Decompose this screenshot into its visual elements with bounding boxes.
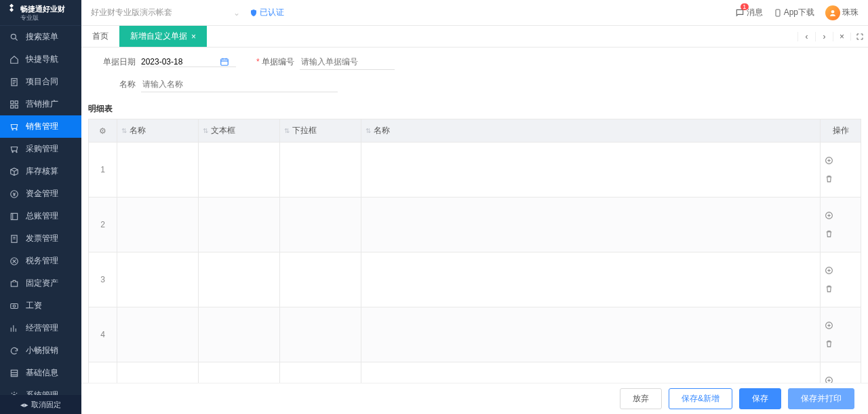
sidebar-item-10[interactable]: 税务管理 bbox=[0, 250, 81, 272]
sidebar-item-6[interactable]: 库存核算 bbox=[0, 160, 81, 183]
calendar-icon[interactable] bbox=[220, 57, 229, 67]
tab-active[interactable]: 新增自定义单据 × bbox=[119, 26, 207, 47]
col-name1[interactable]: ⇅名称 bbox=[117, 119, 199, 143]
sidebar-item-9[interactable]: 发票管理 bbox=[0, 227, 81, 250]
brand-edition: 专业版 bbox=[20, 14, 65, 22]
cell-name2[interactable] bbox=[361, 362, 821, 383]
save-button[interactable]: 保存 bbox=[739, 388, 781, 409]
gear-icon[interactable]: ⚙ bbox=[99, 126, 106, 136]
avatar-icon bbox=[825, 5, 840, 20]
cell-name1[interactable] bbox=[117, 362, 199, 383]
cell-name1[interactable] bbox=[117, 143, 199, 197]
cell-text[interactable] bbox=[199, 143, 280, 197]
date-input[interactable] bbox=[141, 57, 216, 67]
cell-select[interactable] bbox=[280, 307, 361, 362]
close-icon[interactable]: × bbox=[191, 32, 196, 41]
refresh-icon bbox=[9, 346, 19, 356]
table-row[interactable]: 5 bbox=[89, 362, 861, 383]
sidebar-item-5[interactable]: 采购管理 bbox=[0, 138, 81, 160]
user-menu[interactable]: 珠珠 bbox=[825, 5, 859, 20]
col-text[interactable]: ⇅文本框 bbox=[199, 119, 280, 143]
cell-text[interactable] bbox=[199, 362, 280, 383]
cell-name2[interactable] bbox=[361, 307, 821, 362]
cell-name2[interactable] bbox=[361, 197, 821, 252]
chevron-down-icon: ⌄ bbox=[233, 8, 240, 18]
sidebar-item-8[interactable]: 总账管理 bbox=[0, 205, 81, 227]
tab-active-label: 新增自定义单据 bbox=[130, 31, 187, 42]
cell-select[interactable] bbox=[280, 252, 361, 307]
sidebar-item-3[interactable]: 营销推广 bbox=[0, 93, 81, 115]
tab-close-all-button[interactable]: × bbox=[833, 32, 850, 41]
sidebar-item-4[interactable]: 销售管理 bbox=[0, 115, 81, 138]
cell-text[interactable] bbox=[199, 252, 280, 307]
cell-name1[interactable] bbox=[117, 252, 199, 307]
sidebar-pin-toggle[interactable]: ◂▸ 取消固定 bbox=[0, 395, 81, 414]
box-icon bbox=[9, 167, 19, 176]
sidebar-item-label: 资金管理 bbox=[26, 188, 58, 200]
row-number: 1 bbox=[89, 143, 117, 197]
tab-next-button[interactable]: › bbox=[815, 32, 833, 41]
bill-no-input[interactable] bbox=[300, 54, 395, 70]
col-gear[interactable]: ⚙ bbox=[89, 119, 117, 143]
delete-row-icon[interactable] bbox=[825, 284, 856, 293]
save-new-button[interactable]: 保存&新增 bbox=[669, 388, 732, 409]
col-name2[interactable]: ⇅名称 bbox=[361, 119, 821, 143]
svg-point-12 bbox=[13, 305, 16, 307]
delete-row-icon[interactable] bbox=[825, 339, 856, 348]
bill-no-label: 单据编号 bbox=[256, 56, 294, 68]
table-row[interactable]: 4 bbox=[89, 307, 861, 362]
row-number: 2 bbox=[89, 197, 117, 252]
sidebar-item-12[interactable]: 工资 bbox=[0, 295, 81, 317]
cell-text[interactable] bbox=[199, 197, 280, 252]
name-input[interactable] bbox=[141, 77, 338, 92]
add-row-icon[interactable] bbox=[825, 211, 856, 220]
sidebar-item-1[interactable]: 快捷导航 bbox=[0, 48, 81, 71]
sidebar-item-11[interactable]: 固定资产 bbox=[0, 272, 81, 295]
table-row[interactable]: 1 bbox=[89, 143, 861, 197]
sidebar-item-2[interactable]: 项目合同 bbox=[0, 71, 81, 93]
sidebar-item-14[interactable]: 小畅报销 bbox=[0, 339, 81, 362]
tab-prev-button[interactable]: ‹ bbox=[797, 32, 815, 41]
cell-select[interactable] bbox=[280, 197, 361, 252]
cell-select[interactable] bbox=[280, 362, 361, 383]
add-row-icon[interactable] bbox=[825, 266, 856, 275]
form-row-1: 单据日期 单据编号 bbox=[81, 48, 868, 77]
cell-select[interactable] bbox=[280, 143, 361, 197]
cell-text[interactable] bbox=[199, 307, 280, 362]
cell-name2[interactable] bbox=[361, 252, 821, 307]
add-row-icon[interactable] bbox=[825, 156, 856, 165]
sidebar-item-16[interactable]: 系统管理 bbox=[0, 384, 81, 395]
account-selector[interactable]: 好业财专业版演示帐套 ⌄ bbox=[91, 7, 240, 18]
sidebar-item-0[interactable]: 搜索菜单 bbox=[0, 26, 81, 48]
add-row-icon[interactable] bbox=[825, 376, 856, 383]
tabbar: 首页 新增自定义单据 × ‹ › × bbox=[81, 26, 868, 48]
sidebar-header: 畅捷通好业财 专业版 bbox=[0, 0, 81, 26]
discard-button[interactable]: 放弃 bbox=[620, 388, 662, 409]
sidebar-item-label: 发票管理 bbox=[26, 233, 58, 244]
sidebar-item-label: 小畅报销 bbox=[26, 345, 58, 356]
sidebar-item-15[interactable]: 基础信息 bbox=[0, 362, 81, 384]
cart-icon bbox=[9, 145, 19, 154]
col-select[interactable]: ⇅下拉框 bbox=[280, 119, 361, 143]
cell-name1[interactable] bbox=[117, 197, 199, 252]
add-row-icon[interactable] bbox=[825, 321, 856, 330]
fullscreen-button[interactable] bbox=[850, 33, 868, 41]
message-button[interactable]: 消息 1 bbox=[735, 7, 763, 18]
table-row[interactable]: 3 bbox=[89, 252, 861, 307]
app-download-button[interactable]: App下载 bbox=[774, 7, 814, 18]
svg-point-0 bbox=[11, 34, 16, 39]
sidebar-item-7[interactable]: 资金管理 bbox=[0, 183, 81, 205]
svg-point-14 bbox=[13, 394, 16, 395]
table-row[interactable]: 2 bbox=[89, 197, 861, 252]
tab-home[interactable]: 首页 bbox=[81, 26, 119, 47]
cell-name2[interactable] bbox=[361, 143, 821, 197]
delete-row-icon[interactable] bbox=[825, 174, 856, 183]
sidebar: 畅捷通好业财 专业版 搜索菜单快捷导航项目合同营销推广销售管理采购管理库存核算资… bbox=[0, 0, 81, 414]
delete-row-icon[interactable] bbox=[825, 229, 856, 238]
date-input-wrap[interactable] bbox=[141, 57, 236, 67]
sidebar-footer-label: 取消固定 bbox=[31, 400, 61, 410]
save-print-button[interactable]: 保存并打印 bbox=[788, 388, 854, 409]
cell-name1[interactable] bbox=[117, 307, 199, 362]
sort-icon: ⇅ bbox=[366, 127, 371, 134]
sidebar-item-13[interactable]: 经营管理 bbox=[0, 317, 81, 339]
